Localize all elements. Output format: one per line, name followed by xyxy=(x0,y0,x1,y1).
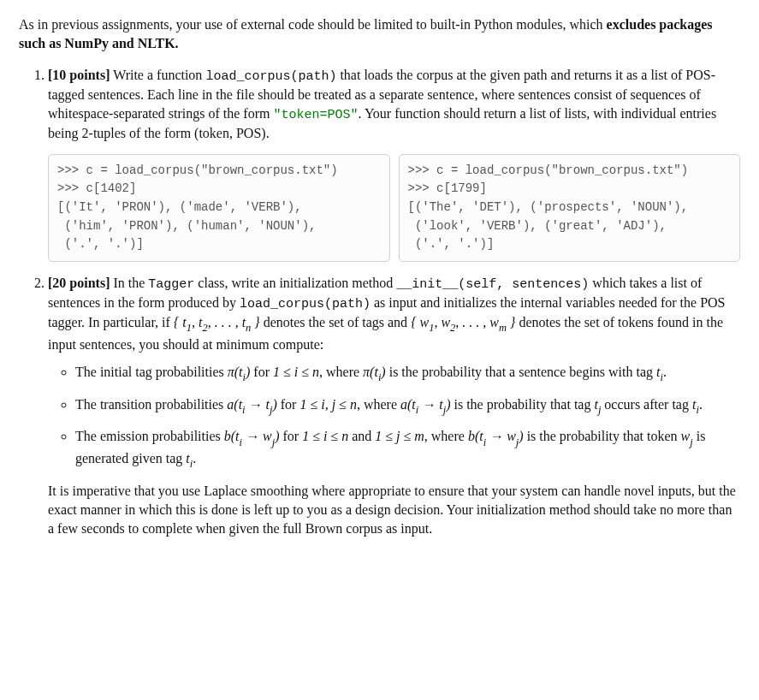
bsi: i xyxy=(240,436,242,448)
bsj2: j xyxy=(516,436,519,448)
rng1: 1 ≤ i ≤ n xyxy=(273,365,319,379)
b2b: for xyxy=(277,397,300,412)
rng2: 1 ≤ i, j ≤ n xyxy=(299,397,356,412)
b2c: , where xyxy=(357,397,400,412)
b2e: occurs after tag xyxy=(601,397,692,412)
pi-ti-1: π(ti) xyxy=(228,365,251,379)
dot2: . xyxy=(699,397,703,412)
asi: i xyxy=(242,404,245,416)
pi-ti-2: π(ti) xyxy=(363,365,386,379)
rng3b: 1 ≤ j ≤ m xyxy=(375,429,424,443)
tags-set: { t1, t2, . . . , tn } xyxy=(174,315,260,329)
code-example-left: >>> c = load_corpus("brown_corpus.txt") … xyxy=(48,154,390,262)
ws-a: { w xyxy=(411,315,429,329)
ts-b: , t xyxy=(192,315,202,329)
q2-intro: [20 points] In the Tagger class, write a… xyxy=(48,274,740,354)
q1-text: [10 points] Write a function load_corpus… xyxy=(48,66,740,144)
b1b: for xyxy=(250,365,273,379)
bsi2: i xyxy=(483,436,486,448)
wsubm: m xyxy=(499,322,507,334)
dot1: . xyxy=(663,365,667,379)
ao2: a(t xyxy=(400,397,416,412)
b1c: , where xyxy=(319,365,363,379)
tagger-class: Tagger xyxy=(148,277,194,292)
code-examples-row: >>> c = load_corpus("brown_corpus.txt") … xyxy=(48,154,740,262)
dot3: . xyxy=(193,451,196,466)
a-ti-tj-2: a(ti → tj) xyxy=(400,397,450,412)
b2a: The transition probabilities xyxy=(75,397,227,412)
b1a: The initial tag probabilities xyxy=(75,365,228,379)
q2-t1: In the xyxy=(110,276,148,290)
wj-b3: wj xyxy=(681,429,693,443)
subi2: i xyxy=(378,371,381,383)
intro-paragraph: As in previous assignments, your use of … xyxy=(19,15,740,54)
asj: j xyxy=(270,404,272,416)
subj2: j xyxy=(690,436,692,448)
q2-t5: denotes the set of tags and xyxy=(260,315,411,329)
subj1: j xyxy=(598,404,601,416)
code-example-right: >>> c = load_corpus("brown_corpus.txt") … xyxy=(399,154,741,262)
subi1: i xyxy=(243,371,246,383)
ao: a(t xyxy=(227,397,242,412)
asi2: i xyxy=(416,404,418,416)
bullet-initial-prob: The initial tag probabilities π(ti) for … xyxy=(75,363,740,385)
load-corpus-ref: load_corpus(path) xyxy=(240,297,371,311)
b3e: is the probability that token xyxy=(524,429,681,443)
wsub2: 2 xyxy=(450,322,455,334)
ts-c: , . . . , t xyxy=(208,315,246,329)
q2-bullets: The initial tag probabilities π(ti) for … xyxy=(48,363,740,472)
ti: t xyxy=(656,365,660,379)
b-ti-wj-2: b(ti → wj) xyxy=(468,429,524,443)
ti-b3: ti xyxy=(186,451,193,466)
bsj: j xyxy=(272,436,275,448)
b2d: is the probability that tag xyxy=(450,397,594,412)
wsub1: 1 xyxy=(429,322,434,334)
ar2: → t xyxy=(418,397,442,412)
q1-fn: load_corpus(path) xyxy=(205,69,336,84)
subi4: i xyxy=(696,404,698,416)
words-set: { w1, w2, . . . , wm } xyxy=(411,315,515,329)
ws-d: } xyxy=(507,315,515,329)
b1d: is the probability that a sentence begin… xyxy=(386,365,656,379)
q1-points: [10 points] xyxy=(48,68,110,82)
bo: b(t xyxy=(224,429,240,443)
asj2: j xyxy=(443,404,446,416)
bullet-transition-prob: The transition probabilities a(ti → tj) … xyxy=(75,395,740,418)
rng3a: 1 ≤ i ≤ n xyxy=(302,429,348,443)
piti: π(t xyxy=(228,365,243,379)
piti2: π(t xyxy=(363,365,378,379)
wj: w xyxy=(681,429,691,443)
q1-pre: Write a function xyxy=(110,68,205,82)
subi3: i xyxy=(661,371,663,383)
arw: → w xyxy=(242,429,272,443)
b3b: for xyxy=(279,429,302,443)
b3c: and xyxy=(348,429,375,443)
ts-a: { t xyxy=(174,315,187,329)
b3a: The emission probabilities xyxy=(75,429,224,443)
question-2: [20 points] In the Tagger class, write a… xyxy=(48,274,740,539)
intro-text-a: As in previous assignments, your use of … xyxy=(19,17,607,32)
b3d: , where xyxy=(424,429,468,443)
ws-c: , . . . , w xyxy=(455,315,499,329)
q2-closing: It is imperative that you use Laplace sm… xyxy=(48,482,740,539)
subn: n xyxy=(246,322,251,334)
sub1: 1 xyxy=(187,322,192,334)
ts-d: } xyxy=(251,315,259,329)
bullet-emission-prob: The emission probabilities b(ti → wj) fo… xyxy=(75,427,740,471)
init-signature: __init__(self, sentences) xyxy=(396,277,589,292)
ti-1: ti xyxy=(656,365,663,379)
a-ti-tj-1: a(ti → tj) xyxy=(227,397,276,412)
bo2: b(t xyxy=(468,429,483,443)
subi5: i xyxy=(190,458,193,470)
question-1: [10 points] Write a function load_corpus… xyxy=(48,66,740,262)
q2-points: [20 points] xyxy=(48,276,110,290)
ar1: → t xyxy=(246,397,270,412)
ti-b2: ti xyxy=(692,397,699,412)
ws-b: , w xyxy=(434,315,450,329)
sub2: 2 xyxy=(202,322,207,334)
b-ti-wj-1: b(ti → wj) xyxy=(224,429,280,443)
q2-t2: class, write an initialization method xyxy=(194,276,396,290)
question-list: [10 points] Write a function load_corpus… xyxy=(19,66,740,539)
arw2: → w xyxy=(486,429,516,443)
token-pos-string: "token=POS" xyxy=(273,108,358,122)
